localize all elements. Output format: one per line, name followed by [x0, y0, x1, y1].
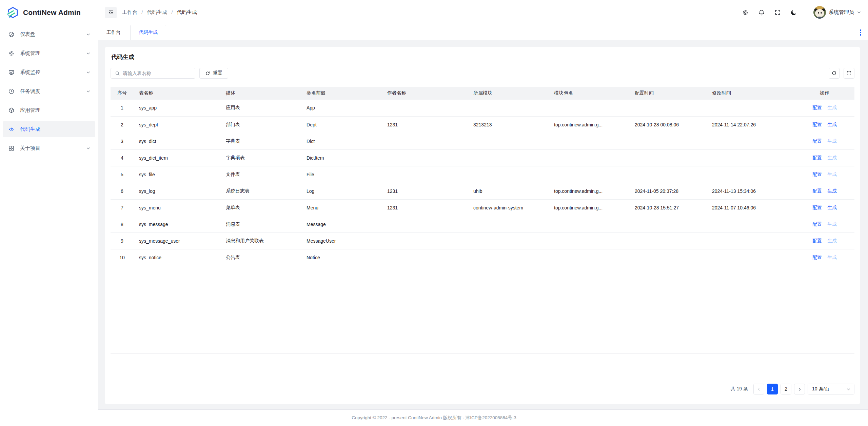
footer: Copyright © 2022 - present ContiNew Admi…: [98, 409, 868, 426]
generate-link[interactable]: 生成: [827, 122, 837, 127]
table-row: 9sys_message_user消息和用户关联表MessageUser配置生成: [111, 232, 854, 249]
cell-update_time: 2024-11-13 15:34:06: [707, 183, 795, 199]
cell-actions: 配置生成: [795, 100, 854, 116]
configure-link[interactable]: 配置: [812, 122, 822, 127]
cell-package: top.continew.admin.g...: [549, 199, 629, 216]
table-row: 6sys_log系统日志表Log1231uhibtop.continew.adm…: [111, 183, 854, 199]
cell-name: sys_message: [134, 216, 220, 232]
bell-icon: [758, 9, 765, 16]
configure-link[interactable]: 配置: [812, 105, 822, 110]
sidebar-item-app-management[interactable]: 应用管理: [3, 102, 95, 118]
user-menu[interactable]: 系统管理员: [813, 6, 861, 19]
breadcrumb-item[interactable]: 工作台: [122, 9, 137, 16]
cell-config_time: 2024-10-28 00:08:06: [629, 116, 707, 133]
sidebar-item-label: 系统管理: [20, 50, 81, 57]
generate-link[interactable]: 生成: [827, 205, 837, 210]
col-author: 作者名称: [382, 87, 468, 100]
cell-no: 8: [111, 216, 134, 232]
sidebar-item-dashboard[interactable]: 仪表盘: [3, 26, 95, 42]
cell-prefix: Message: [301, 216, 382, 232]
cell-update_time: [707, 166, 795, 183]
clock-icon: [8, 88, 15, 95]
search-input-wrap: [111, 68, 195, 79]
sidebar-item-label: 代码生成: [20, 126, 91, 133]
sidebar-item-code-generation[interactable]: 代码生成: [3, 121, 95, 137]
sidebar: ContiNew Admin 仪表盘: [0, 0, 98, 426]
sidebar-item-system-management[interactable]: 系统管理: [3, 45, 95, 61]
cell-config_time: 2024-11-05 20:37:28: [629, 183, 707, 199]
cell-config_time: [629, 232, 707, 249]
grid-icon: [8, 145, 15, 151]
cell-actions: 配置生成: [795, 166, 854, 183]
cell-desc: 菜单表: [220, 199, 301, 216]
cell-desc: 部门表: [220, 116, 301, 133]
settings-button[interactable]: [742, 9, 749, 16]
col-no: 序号: [111, 87, 134, 100]
pagination-total: 共 19 条: [731, 386, 748, 392]
chevron-right-icon: [797, 387, 802, 391]
cell-no: 6: [111, 183, 134, 199]
cell-package: [549, 166, 629, 183]
cell-prefix: Menu: [301, 199, 382, 216]
pagination-prev-button[interactable]: [753, 384, 764, 394]
dark-mode-button[interactable]: [790, 9, 797, 16]
pagination-page-1[interactable]: 1: [767, 384, 778, 394]
sidebar-item-system-monitor[interactable]: 系统监控: [3, 64, 95, 80]
table-fullscreen-button[interactable]: [844, 68, 854, 79]
menu-collapse-button[interactable]: [105, 7, 117, 18]
page-size-value: 10 条/页: [812, 386, 829, 392]
configure-link[interactable]: 配置: [812, 155, 822, 160]
gear-icon: [8, 50, 15, 57]
user-name: 系统管理员: [829, 9, 854, 16]
col-actions: 操作: [795, 87, 854, 100]
generate-link: 生成: [827, 138, 837, 144]
table-refresh-button[interactable]: [829, 68, 840, 79]
sidebar-item-about-project[interactable]: 关于项目: [3, 140, 95, 156]
cell-package: [549, 100, 629, 116]
pagination-next-button[interactable]: [794, 384, 805, 394]
chevron-down-icon: [86, 32, 91, 37]
configure-link[interactable]: 配置: [812, 205, 822, 210]
cell-desc: 系统日志表: [220, 183, 301, 199]
sidebar-menu: 仪表盘 系统管理: [0, 25, 98, 161]
pagination-page-2[interactable]: 2: [781, 384, 791, 394]
configure-link[interactable]: 配置: [812, 255, 822, 260]
tab-workbench[interactable]: 工作台: [98, 25, 129, 40]
configure-link[interactable]: 配置: [812, 188, 822, 194]
cell-author: 1231: [382, 183, 468, 199]
cell-author: [382, 100, 468, 116]
generate-link[interactable]: 生成: [827, 188, 837, 194]
reset-button[interactable]: 重置: [199, 68, 228, 79]
tab-code-generation[interactable]: 代码生成: [130, 25, 166, 40]
table-row: 8sys_message消息表Message配置生成: [111, 216, 854, 232]
sidebar-item-task-scheduler[interactable]: 任务调度: [3, 83, 95, 99]
sidebar-item-label: 应用管理: [20, 107, 91, 114]
page-size-select[interactable]: 10 条/页: [808, 384, 854, 394]
chevron-down-icon: [846, 387, 851, 391]
cell-desc: 应用表: [220, 100, 301, 116]
configure-link[interactable]: 配置: [812, 238, 822, 243]
more-vertical-icon: [860, 29, 861, 36]
cell-no: 3: [111, 133, 134, 149]
table-row: 4sys_dict_item字典项表DictItem配置生成: [111, 149, 854, 166]
col-description: 描述: [220, 87, 301, 100]
table-name-search-input[interactable]: [123, 70, 192, 76]
configure-link[interactable]: 配置: [812, 138, 822, 144]
cell-actions: 配置生成: [795, 183, 854, 199]
cell-author: 1231: [382, 116, 468, 133]
tab-more-button[interactable]: [853, 25, 868, 40]
content-area: 代码生成: [98, 40, 868, 409]
configure-link[interactable]: 配置: [812, 171, 822, 177]
cell-update_time: [707, 133, 795, 149]
cell-config_time: [629, 133, 707, 149]
breadcrumb-item[interactable]: 代码生成: [147, 9, 167, 16]
fullscreen-icon: [846, 70, 852, 76]
notifications-button[interactable]: [758, 9, 765, 16]
cell-name: sys_file: [134, 166, 220, 183]
cell-author: [382, 166, 468, 183]
generate-link: 生成: [827, 255, 837, 260]
cell-author: [382, 133, 468, 149]
fullscreen-button[interactable]: [774, 9, 781, 16]
page-title: 代码生成: [111, 53, 854, 61]
configure-link[interactable]: 配置: [812, 221, 822, 227]
